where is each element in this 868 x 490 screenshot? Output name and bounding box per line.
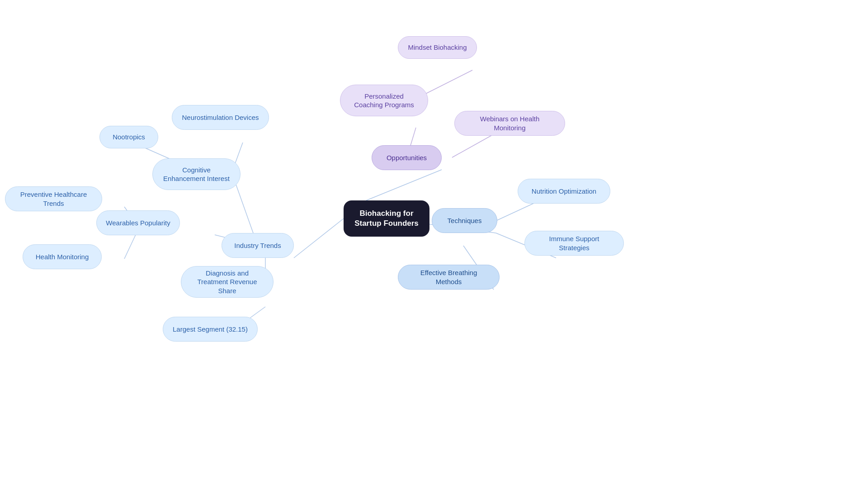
opportunities-node: Opportunities <box>372 145 442 170</box>
industry-trends-node: Industry Trends <box>222 233 294 258</box>
nootropics-node: Nootropics <box>99 126 158 148</box>
svg-line-9 <box>124 235 136 259</box>
diagnosis-treatment-node: Diagnosis and Treatment Revenue Share <box>181 266 274 298</box>
svg-line-0 <box>294 219 344 258</box>
health-monitoring-node: Health Monitoring <box>23 244 102 269</box>
mindset-biohacking-node: Mindset Biohacking <box>398 36 477 59</box>
center-node: Biohacking for Startup Founders <box>344 200 429 237</box>
effective-breathing-node: Effective Breathing Methods <box>398 265 500 290</box>
techniques-node: Techniques <box>432 208 497 233</box>
cognitive-enhancement-node: Cognitive Enhancement Interest <box>152 158 241 190</box>
svg-line-12 <box>452 133 495 157</box>
svg-line-1 <box>366 170 442 200</box>
wearables-popularity-node: Wearables Popularity <box>96 210 180 235</box>
webinars-health-node: Webinars on Health Monitoring <box>454 111 565 136</box>
nutrition-optimization-node: Nutrition Optimization <box>518 179 610 204</box>
neurostimulation-node: Neurostimulation Devices <box>172 105 269 130</box>
preventive-healthcare-node: Preventive Healthcare Trends <box>5 186 102 211</box>
largest-segment-node: Largest Segment (32.15) <box>163 317 258 342</box>
personalized-coaching-node: Personalized Coaching Programs <box>340 85 428 116</box>
immune-support-node: Immune Support Strategies <box>524 231 624 256</box>
svg-line-14 <box>496 201 538 221</box>
